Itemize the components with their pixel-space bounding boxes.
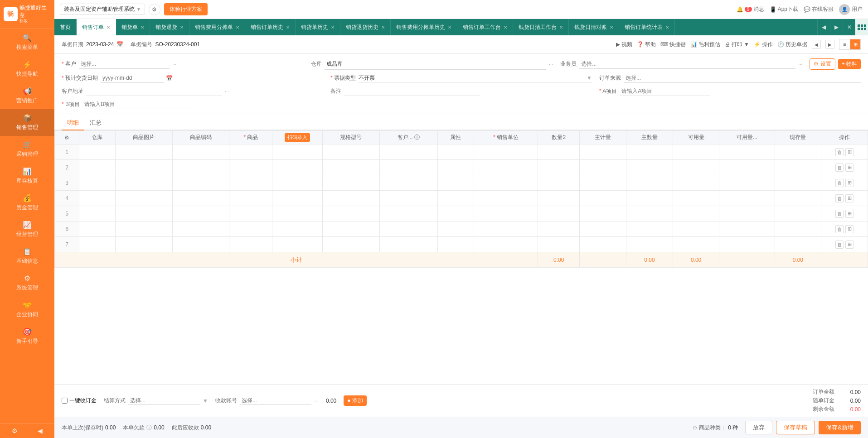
- discard-btn[interactable]: 放弃: [745, 421, 772, 434]
- calendar-icon[interactable]: 📅: [116, 41, 123, 48]
- row-code-2[interactable]: [172, 160, 229, 175]
- help-btn[interactable]: ❓ 帮助: [637, 41, 656, 48]
- delivery-cal-icon[interactable]: 📅: [166, 75, 173, 82]
- row-qty2-3[interactable]: [538, 175, 580, 191]
- row-customer-code-1[interactable]: [379, 144, 438, 160]
- row-qty2-6[interactable]: [538, 221, 580, 237]
- tab-close-3[interactable]: ✕: [180, 25, 184, 30]
- history-btn[interactable]: 🕐 历史单据: [777, 41, 807, 48]
- sidebar-item-2[interactable]: 📢营销推广: [0, 82, 54, 109]
- row-warehouse-3[interactable]: [79, 175, 115, 191]
- row-sales-unit-2[interactable]: [474, 160, 538, 175]
- th-settings[interactable]: ⚙: [55, 131, 79, 144]
- row-main-qty-2[interactable]: [626, 160, 673, 175]
- sidebar-item-10[interactable]: 🤝企业协同: [0, 296, 54, 323]
- row-available-2[interactable]: [673, 160, 719, 175]
- tab-9[interactable]: 销售订单工作台✕: [457, 19, 513, 35]
- row-delete-5[interactable]: 🗑: [835, 210, 844, 218]
- row-spec-3[interactable]: [322, 175, 379, 191]
- row-spec-5[interactable]: [322, 206, 379, 221]
- tab-summary[interactable]: 汇总: [84, 116, 107, 130]
- save-btn[interactable]: 保存&新增: [819, 421, 861, 434]
- row-available2-5[interactable]: [719, 206, 775, 221]
- tab-close-6[interactable]: ✕: [331, 25, 335, 30]
- setup-btn[interactable]: ⚙ 设置: [810, 58, 835, 70]
- row-delete-7[interactable]: 🗑: [835, 241, 844, 249]
- row-qty2-7[interactable]: [538, 237, 580, 252]
- sidebar-item-4[interactable]: 🛒采购管理: [0, 136, 54, 163]
- tab-close-9[interactable]: ✕: [504, 25, 507, 30]
- row-code-1[interactable]: [172, 144, 229, 160]
- row-main-unit-7[interactable]: [580, 237, 626, 252]
- row-customer-code-3[interactable]: [379, 175, 438, 191]
- row-sales-unit-1[interactable]: [474, 144, 538, 160]
- sidebar-settings-icon[interactable]: ⚙: [12, 427, 18, 434]
- row-qty2-2[interactable]: [538, 160, 580, 175]
- list-view-btn[interactable]: ≡: [839, 39, 850, 50]
- next-record-btn[interactable]: ▶: [825, 40, 834, 49]
- row-code-6[interactable]: [172, 221, 229, 237]
- tab-4[interactable]: 销售费用分摊单✕: [189, 19, 245, 35]
- notification-btn[interactable]: 🔔 9 消息: [737, 5, 764, 13]
- online-service-btn[interactable]: 💬 在线客服: [804, 5, 834, 13]
- row-customer-code-6[interactable]: [379, 221, 438, 237]
- row-spec-4[interactable]: [322, 191, 379, 206]
- row-product-5[interactable]: [229, 206, 272, 221]
- tab-close-1[interactable]: ✕: [107, 25, 110, 30]
- row-available-1[interactable]: [673, 144, 719, 160]
- row-main-qty-7[interactable]: [626, 237, 673, 252]
- row-customer-code-2[interactable]: [379, 160, 438, 175]
- tab-close-5[interactable]: ✕: [286, 25, 290, 30]
- row-main-unit-1[interactable]: [580, 144, 626, 160]
- row-available2-1[interactable]: [719, 144, 775, 160]
- row-delete-3[interactable]: 🗑: [835, 179, 844, 187]
- row-property-3[interactable]: [438, 175, 474, 191]
- row-sales-unit-7[interactable]: [474, 237, 538, 252]
- row-stock-2[interactable]: [775, 160, 821, 175]
- one-click-checkbox-input[interactable]: [62, 398, 68, 404]
- row-stock-5[interactable]: [775, 206, 821, 221]
- row-spec-7[interactable]: [322, 237, 379, 252]
- row-main-qty-1[interactable]: [626, 144, 673, 160]
- prev-record-btn[interactable]: ◀: [812, 40, 821, 49]
- sidebar-item-1[interactable]: ⚡快捷导航: [0, 56, 54, 82]
- row-delete-1[interactable]: 🗑: [835, 148, 844, 156]
- warehouse-value[interactable]: 成品库: [325, 59, 546, 70]
- sidebar-item-6[interactable]: 💰资金管理: [0, 189, 54, 216]
- row-customer-code-7[interactable]: [379, 237, 438, 252]
- row-available2-2[interactable]: [719, 160, 775, 175]
- row-sales-unit-3[interactable]: [474, 175, 538, 191]
- row-spec-1[interactable]: [322, 144, 379, 160]
- row-main-qty-6[interactable]: [626, 221, 673, 237]
- row-property-7[interactable]: [438, 237, 474, 252]
- row-warehouse-2[interactable]: [79, 160, 115, 175]
- row-main-qty-3[interactable]: [626, 175, 673, 191]
- row-main-unit-4[interactable]: [580, 191, 626, 206]
- account-more-icon[interactable]: ···: [314, 398, 319, 404]
- tab-2[interactable]: 销货单✕: [116, 19, 150, 35]
- a-project-input[interactable]: [620, 87, 710, 96]
- b-project-input[interactable]: [82, 100, 196, 109]
- tab-10[interactable]: 钱货日清工作台✕: [513, 19, 569, 35]
- industry-btn[interactable]: 体验行业方案: [164, 3, 208, 15]
- row-delete-2[interactable]: 🗑: [835, 164, 844, 172]
- row-available-6[interactable]: [673, 221, 719, 237]
- user-menu[interactable]: 👤 用户: [839, 4, 863, 15]
- tab-5[interactable]: 销售订单历史✕: [245, 19, 296, 35]
- one-click-checkbox[interactable]: 一键收订金: [62, 397, 97, 404]
- row-stock-4[interactable]: [775, 191, 821, 206]
- row-main-unit-2[interactable]: [580, 160, 626, 175]
- bottom-add-btn[interactable]: ● 添加: [344, 395, 367, 406]
- row-stock-6[interactable]: [775, 221, 821, 237]
- row-sales-unit-6[interactable]: [474, 221, 538, 237]
- tab-close-7[interactable]: ✕: [381, 25, 385, 30]
- row-main-qty-5[interactable]: [626, 206, 673, 221]
- profit-btn[interactable]: 📊 毛利预估: [690, 41, 720, 48]
- customer-input[interactable]: [79, 59, 170, 69]
- row-copy-4[interactable]: ⊞: [845, 194, 853, 202]
- payment-method-input[interactable]: [128, 396, 200, 405]
- row-product-1[interactable]: [229, 144, 272, 160]
- row-warehouse-5[interactable]: [79, 206, 115, 221]
- sidebar-item-7[interactable]: 📈经营管理: [0, 216, 54, 243]
- row-main-unit-5[interactable]: [580, 206, 626, 221]
